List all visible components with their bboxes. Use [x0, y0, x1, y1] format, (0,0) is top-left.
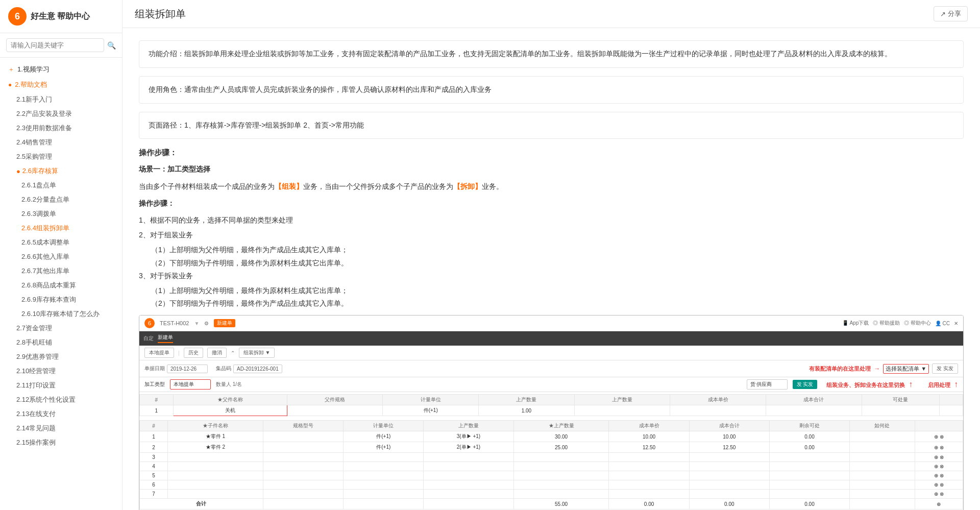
col-child-name: ★子件名称 [168, 421, 263, 431]
search-icon[interactable]: 🔍 [107, 41, 116, 50]
sidebar-item-data-prep[interactable]: 2.3使用前数据准备 [0, 121, 122, 135]
share-button[interactable]: ↗ 分享 [934, 6, 968, 21]
ss-app-download: 📱 App下载 [842, 320, 869, 327]
screenshot-wrapper: 6 TEST-H002 ▼ ⚙ 新建单 📱 App下载 ◎ 帮助援助 ◎ 帮助中… [139, 315, 964, 510]
sidebar-item-customize[interactable]: 2.12系统个性化设置 [0, 393, 122, 407]
ss-tab-new[interactable]: 新建单 [158, 334, 173, 343]
sidebar-item-newbie[interactable]: 2.1新手入门 [0, 92, 122, 107]
scene1-desc-text: 当由多个子件材料组装成一个成品的业务为【组装】业务，当由一个父件拆分成多个子产品… [139, 182, 503, 190]
ss-search-input[interactable]: 货 供应商 [747, 379, 788, 390]
ss-new-btn[interactable]: 新建单 [214, 319, 235, 327]
sidebar-item-assembly[interactable]: 2.6.4组装拆卸单 [0, 221, 122, 235]
ops-title: 操作步骤： [139, 148, 964, 158]
ss-titlebar: 6 TEST-H002 ▼ ⚙ 新建单 📱 App下载 ◎ 帮助援助 ◎ 帮助中… [139, 315, 963, 331]
ss-date-input[interactable]: 2019-12-26 [167, 365, 208, 373]
intro-block: 功能介绍：组装拆卸单用来处理企业组装或拆卸等加工业务，支持有固定装配清单的产品加… [139, 40, 964, 68]
ss-sku-input[interactable]: AD-20191226-001 [233, 365, 282, 373]
sidebar: 6 好生意 帮助中心 🔍 ＋ 1.视频学习 ● 2.帮助文档 2.1新手入门 2… [0, 0, 122, 510]
sidebar-item-operations[interactable]: 2.10经营管理 [0, 364, 122, 378]
col-num: # [140, 395, 174, 405]
sidebar-item-batch-stocktake[interactable]: 2.6.2分量盘点单 [0, 192, 122, 207]
cell-num: 1 [140, 405, 174, 416]
sidebar-item-cases[interactable]: 2.15操作案例 [0, 435, 122, 450]
step-3: 3、对于拆装业务 [139, 270, 964, 282]
role-text: 使用角色：通常由生产人员或库管人员完成折装业务的操作，库管人员确认原材料的出库和… [149, 85, 492, 93]
ss-btn-history[interactable]: 历史 [184, 348, 203, 358]
scene1-desc: 当由多个子件材料组装成一个成品的业务为【组装】业务，当由一个父件拆分成多个子产品… [139, 180, 964, 193]
col-child-cprice: 成本单价 [609, 421, 689, 431]
table-row: 5⊕ ⊗ [140, 471, 963, 480]
table-row: 6⊕ ⊗ [140, 480, 963, 490]
sidebar-item-ledger-query[interactable]: 2.6.9库存账本查询 [0, 293, 122, 307]
ss-tab-home[interactable]: 自定 [143, 335, 154, 342]
cell-spec [287, 405, 383, 416]
sidebar-item-print[interactable]: 2.11打印设置 [0, 378, 122, 393]
ss-upper-table: # ★父件名称 父件规格 计量单位 上产数量 上产数量 成本单价 成本合计 可处… [139, 394, 963, 416]
sidebar-item-sales[interactable]: 2.4销售管理 [0, 135, 122, 150]
sidebar-item-finance[interactable]: 2.7资金管理 [0, 321, 122, 335]
ss-btn-type[interactable]: 组装拆卸 ▼ [239, 348, 275, 358]
ss-sku-field: 集品码 AD-20191226-001 [216, 365, 282, 373]
col-child-ops [915, 421, 963, 431]
table-row: 7⊕ ⊗ [140, 490, 963, 499]
sidebar-item-faq[interactable]: 2.14常见问题 [0, 421, 122, 435]
sidebar-item-other-in[interactable]: 2.6.6其他入库单 [0, 250, 122, 264]
sidebar-item-transfer[interactable]: 2.6.3调拨单 [0, 207, 122, 221]
cell-ctotal [766, 405, 862, 416]
intro-text: 功能介绍：组装拆卸单用来处理企业组装或拆卸等加工业务，支持有固定装配清单的产品加… [149, 50, 892, 58]
arrow-up2-icon: ↑ [954, 380, 958, 388]
ss-confirm-btn[interactable]: 发 实发 [932, 363, 958, 374]
ss-apply-btn[interactable]: 发 实发 [793, 380, 818, 389]
sidebar-item-cost-recalc[interactable]: 2.6.8商品成本重算 [0, 278, 122, 293]
ss-btn-undo[interactable]: 撤消 [207, 348, 227, 358]
arrow-up-icon: ↑ [909, 380, 913, 388]
col-unit: 计量单位 [383, 395, 479, 405]
sidebar-label-1: 1.视频学习 [17, 65, 50, 74]
logo-icon: 6 [8, 7, 27, 26]
table-row: 2 ★零件 2 件(+1) 2(单▶ +1) 25.00 12.50 12.50… [140, 442, 963, 453]
sidebar-item-docs[interactable]: ● 2.帮助文档 [0, 77, 122, 92]
scene1-title: 场景一：加工类型选择 [139, 163, 964, 176]
app-screenshot: 6 TEST-H002 ▼ ⚙ 新建单 📱 App下载 ◎ 帮助援助 ◎ 帮助中… [139, 315, 964, 510]
ss-nav: 自定 新建单 [139, 331, 963, 346]
ss-btn-local[interactable]: 本地提单 [144, 348, 174, 358]
topbar: 组装拆卸单 ↗ 分享 [122, 0, 980, 28]
step-2-sub-1: （1）上部明细为父件明细，最终作为产成品生成其它入库单； [139, 244, 964, 256]
col-child-qty1: 上产数量 [424, 421, 513, 431]
ss-btn-up[interactable]: ⌃ [231, 350, 235, 356]
ss-bom-select[interactable]: 选择装配清单 ▼ [883, 364, 929, 374]
col-cost-total: 成本合计 [766, 395, 862, 405]
sidebar-item-install[interactable]: 2.2产品安装及登录 [0, 107, 122, 121]
sidebar-label-26: 2.6库存核算 [22, 166, 58, 176]
cell-ops [939, 405, 963, 416]
scene1-title-text: 场景一：加工类型选择 [139, 165, 210, 173]
main-area: 组装拆卸单 ↗ 分享 功能介绍：组装拆卸单用来处理企业组装或拆卸等加工业务，支持… [122, 0, 980, 510]
ss-close-icon[interactable]: ✕ [954, 321, 958, 326]
sidebar-item-stocktake[interactable]: 2.6.1盘点单 [0, 178, 122, 192]
arrow-right-icon: → [874, 365, 880, 372]
path-block: 页面路径：1、库存核算->库存管理->组装拆卸单 2、首页->常用功能 [139, 112, 964, 139]
table-row: 1 关机 件(+1) 1.00 [140, 405, 963, 416]
ss-type-input[interactable]: 本地提单 [170, 379, 211, 390]
cell-unit: 件(+1) [383, 405, 479, 416]
sidebar-item-payment[interactable]: 2.13在线支付 [0, 407, 122, 421]
sidebar-item-mobile[interactable]: 2.8手机旺铺 [0, 335, 122, 350]
col-child-remain: 剩余可处 [769, 421, 849, 431]
steps-list: 1、根据不同的业务，选择不同单据的类型来处理 2、对于组装业务 （1）上部明细为… [139, 214, 964, 310]
step-2-sub-2: （2）下部明细为子件明细，最终作为原材料生成其它出库单。 [139, 257, 964, 270]
search-box: 🔍 [0, 33, 122, 58]
search-input[interactable] [6, 38, 104, 52]
sidebar-item-cost-adjust[interactable]: 2.6.5成本调整单 [0, 235, 122, 250]
col-child-spec: 规格型号 [263, 421, 343, 431]
ss-logo: 6 [144, 318, 155, 328]
col-child-ctotal: 成本合计 [689, 421, 769, 431]
sidebar-item-ledger-error[interactable]: 2.6.10库存账本错了怎么办 [0, 307, 122, 321]
sidebar-item-coupons[interactable]: 2.9优惠券管理 [0, 350, 122, 364]
col-parent-spec: 父件规格 [287, 395, 383, 405]
col-qty2: 上产数量 [574, 395, 670, 405]
table-row: 1 ★零件 1 件(+1) 3(单▶ +1) 30.00 10.00 10.00… [140, 431, 963, 442]
sidebar-item-inventory[interactable]: ● 2.6库存核算 [0, 164, 122, 178]
sidebar-item-videos[interactable]: ＋ 1.视频学习 [0, 62, 122, 77]
sidebar-item-purchase[interactable]: 2.5采购管理 [0, 150, 122, 164]
sidebar-item-other-out[interactable]: 2.6.7其他出库单 [0, 264, 122, 278]
